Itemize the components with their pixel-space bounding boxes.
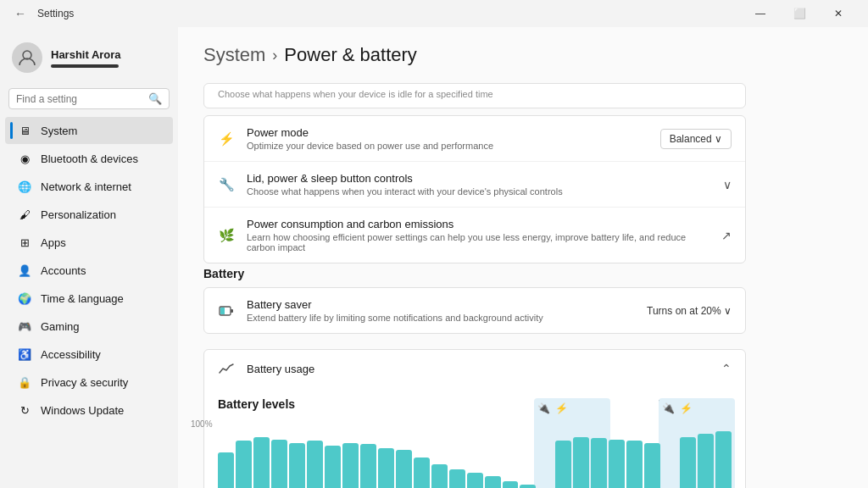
power-mode-icon: ⚡ xyxy=(218,130,235,147)
discharge-icon-18: 🔌 xyxy=(537,402,550,414)
battery-settings-rows: Battery saverExtend battery life by limi… xyxy=(204,288,745,333)
y-axis-labels: 100% 50% xyxy=(191,419,213,488)
restore-button[interactable]: ⬜ xyxy=(780,0,819,27)
sidebar-item-label-network: Network & internet xyxy=(41,180,131,193)
bar-22 xyxy=(609,440,625,488)
titlebar: ← Settings — ⬜ ✕ xyxy=(0,0,868,27)
battery-chart-wrapper: 100% 50% 🔌⚡🔌⚡ xyxy=(218,419,732,488)
bar-24 xyxy=(644,443,660,488)
time-icon: 🌍 xyxy=(17,291,32,306)
bar-16 xyxy=(503,481,519,488)
sidebar-item-privacy[interactable]: 🔒Privacy & security xyxy=(5,369,173,396)
lid-power-right: ∨ xyxy=(723,178,732,191)
battery-chart xyxy=(218,419,732,488)
bar-20 xyxy=(573,437,589,488)
apps-icon: ⊞ xyxy=(17,235,32,250)
battery-usage-icon xyxy=(218,360,235,377)
sidebar-item-system[interactable]: 🖥System xyxy=(5,117,173,144)
breadcrumb-current: Power & battery xyxy=(284,44,417,66)
power-settings-rows: ⚡Power modeOptimize your device based on… xyxy=(204,116,745,263)
carbon-title: Power consumption and carbon emissions xyxy=(247,218,709,230)
sidebar-item-label-update: Windows Update xyxy=(41,404,124,417)
close-button[interactable]: ✕ xyxy=(819,0,858,27)
network-icon: 🌐 xyxy=(17,179,32,194)
sidebar-item-bluetooth[interactable]: ◉Bluetooth & devices xyxy=(5,145,173,172)
carbon-right: ↗ xyxy=(721,229,732,242)
avatar xyxy=(12,42,42,73)
sidebar-item-label-time: Time & language xyxy=(41,292,124,305)
search-icon: 🔍 xyxy=(148,92,162,105)
sidebar-item-time[interactable]: 🌍Time & language xyxy=(5,285,173,312)
bar-9 xyxy=(378,448,394,488)
personalization-icon: 🖌 xyxy=(17,207,32,222)
system-icon: 🖥 xyxy=(17,123,32,138)
carbon-icon: 🌿 xyxy=(218,227,235,244)
sidebar-item-gaming[interactable]: 🎮Gaming xyxy=(5,313,173,340)
discharge-icon-25: 🔌 xyxy=(662,402,675,414)
minimize-button[interactable]: — xyxy=(741,0,780,27)
bar-26 xyxy=(680,437,696,488)
scroll-hint-text: Choose what happens when your device is … xyxy=(204,84,745,108)
bar-15 xyxy=(485,476,501,488)
bar-19 xyxy=(555,441,571,488)
battery-row-battery-saver[interactable]: Battery saverExtend battery life by limi… xyxy=(204,288,745,333)
sidebar-item-network[interactable]: 🌐Network & internet xyxy=(5,173,173,200)
setting-row-power-mode[interactable]: ⚡Power modeOptimize your device based on… xyxy=(204,116,745,161)
sidebar-item-personalization[interactable]: 🖌Personalization xyxy=(5,201,173,228)
page-header: System › Power & battery xyxy=(203,44,746,66)
battery-saver-card: Battery saverExtend battery life by limi… xyxy=(203,287,746,334)
bar-7 xyxy=(342,443,359,488)
setting-row-carbon[interactable]: 🌿Power consumption and carbon emissionsL… xyxy=(204,207,745,263)
battery-usage-header[interactable]: Battery usage ⌃ xyxy=(204,350,745,387)
bar-1 xyxy=(236,441,252,488)
sidebar-item-update[interactable]: ↻Windows Update xyxy=(5,396,173,424)
bar-5 xyxy=(307,441,323,488)
sidebar-item-accounts[interactable]: 👤Accounts xyxy=(5,257,173,284)
search-box[interactable]: 🔍 xyxy=(8,88,170,109)
bar-13 xyxy=(449,469,465,488)
lid-power-title: Lid, power & sleep button controls xyxy=(247,172,711,185)
bar-11 xyxy=(414,458,430,488)
sidebar-item-label-accounts: Accounts xyxy=(41,264,86,277)
user-sub-bar xyxy=(51,64,119,68)
battery-levels-header: Battery levels Last 24 hours ⌄ xyxy=(218,397,732,411)
sidebar: Harshit Arora 🔍 🖥System◉Bluetooth & devi… xyxy=(0,27,178,488)
app-body: Harshit Arora 🔍 🖥System◉Bluetooth & devi… xyxy=(0,27,868,488)
battery-saver-title: Battery saver xyxy=(247,298,635,311)
bar-8 xyxy=(360,444,376,488)
sidebar-item-label-system: System xyxy=(41,125,77,137)
bar-17 xyxy=(520,485,536,488)
user-profile[interactable]: Harshit Arora xyxy=(0,34,178,85)
sidebar-item-label-apps: Apps xyxy=(41,236,66,249)
search-input[interactable] xyxy=(16,93,143,105)
y-label-100: 100% xyxy=(191,419,213,429)
user-name: Harshit Arora xyxy=(51,48,121,61)
time-filter-chevron: ⌄ xyxy=(723,398,732,410)
back-button[interactable]: ← xyxy=(10,3,31,24)
breadcrumb-system: System xyxy=(203,44,265,66)
sidebar-item-label-privacy: Privacy & security xyxy=(41,376,128,389)
power-mode-title: Power mode xyxy=(247,126,648,139)
bar-21 xyxy=(591,438,607,488)
sidebar-item-apps[interactable]: ⊞Apps xyxy=(5,229,173,256)
battery-usage-card: Battery usage ⌃ Battery levels Last 24 h… xyxy=(203,349,746,488)
window-title: Settings xyxy=(37,8,74,19)
bar-27 xyxy=(698,434,714,488)
charge-icon-26: ⚡ xyxy=(680,402,693,414)
bar-12 xyxy=(431,464,448,488)
breadcrumb-separator: › xyxy=(272,47,277,64)
gaming-icon: 🎮 xyxy=(17,319,32,334)
bar-14 xyxy=(467,473,483,488)
content-area: System › Power & battery Choose what hap… xyxy=(178,27,868,488)
update-icon: ↻ xyxy=(17,402,32,418)
power-mode-dropdown[interactable]: Balanced ∨ xyxy=(660,129,732,149)
lid-power-subtitle: Choose what happens when you interact wi… xyxy=(247,186,711,197)
battery-saver-subtitle: Extend battery life by limiting some not… xyxy=(247,313,635,323)
user-info: Harshit Arora xyxy=(51,48,121,68)
power-settings-card: ⚡Power modeOptimize your device based on… xyxy=(203,115,746,263)
charge-icon-19: ⚡ xyxy=(555,402,568,414)
window-controls: — ⬜ ✕ xyxy=(741,0,858,27)
accessibility-icon: ♿ xyxy=(17,347,32,362)
sidebar-item-accessibility[interactable]: ♿Accessibility xyxy=(5,341,173,368)
setting-row-lid-power[interactable]: 🔧Lid, power & sleep button controlsChoos… xyxy=(204,161,745,207)
